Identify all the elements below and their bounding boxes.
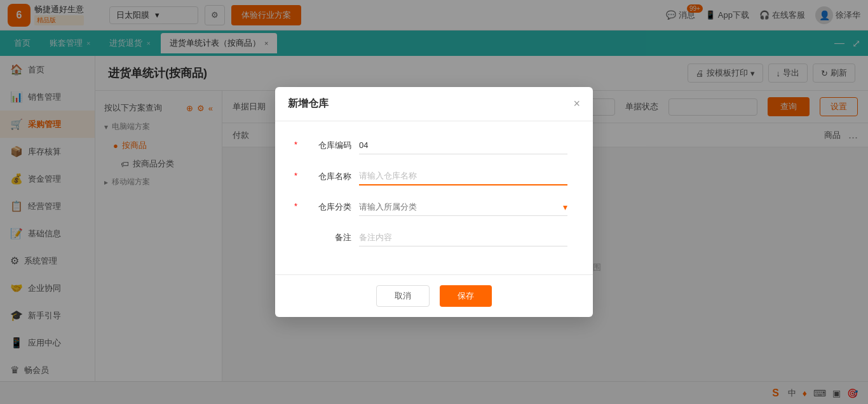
name-label: 仓库名称	[301, 171, 351, 182]
modal-footer: 取消 保存	[275, 274, 593, 317]
code-label: 仓库编码	[301, 140, 351, 151]
modal-header: 新增仓库 ×	[275, 87, 593, 121]
form-row-note: 备注	[301, 229, 567, 246]
category-input[interactable]	[359, 198, 567, 216]
note-input[interactable]	[359, 229, 567, 246]
category-select-row: ▾	[359, 198, 567, 216]
save-button[interactable]: 保存	[440, 285, 492, 307]
modal-overlay[interactable]: 新增仓库 × 仓库编码 仓库名称 仓库分类 ▾	[0, 0, 868, 404]
modal-title: 新增仓库	[288, 97, 329, 111]
modal-close-icon[interactable]: ×	[573, 97, 580, 111]
code-input[interactable]	[359, 137, 567, 154]
form-row-category: 仓库分类 ▾	[301, 198, 567, 216]
category-label: 仓库分类	[301, 201, 351, 213]
note-label: 备注	[301, 232, 351, 243]
modal-body: 仓库编码 仓库名称 仓库分类 ▾ 备注	[275, 121, 593, 274]
form-row-code: 仓库编码	[301, 137, 567, 154]
cancel-button[interactable]: 取消	[376, 285, 430, 307]
name-input[interactable]	[359, 167, 567, 185]
modal-new-warehouse: 新增仓库 × 仓库编码 仓库名称 仓库分类 ▾	[275, 87, 593, 317]
chevron-down-icon: ▾	[563, 202, 567, 212]
form-row-name: 仓库名称	[301, 167, 567, 185]
